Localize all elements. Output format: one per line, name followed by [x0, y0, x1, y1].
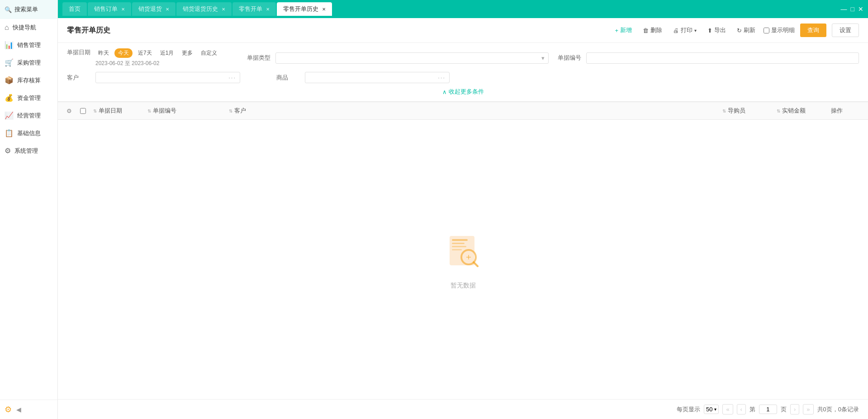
- doc-type-chevron: ▾: [541, 55, 545, 61]
- goods-dots: ···: [438, 74, 446, 81]
- new-button[interactable]: + 新增: [612, 24, 635, 36]
- page-last-btn[interactable]: »: [803, 404, 813, 414]
- customer-filter-label: 客户: [67, 74, 92, 82]
- sidebar-item-finance[interactable]: 💰 资金管理: [0, 89, 57, 107]
- page-first-btn[interactable]: «: [722, 404, 733, 414]
- main-area: 首页 销售订单 ✕ 销货退货 ✕ 销货退货历史 ✕ 零售开单 ✕ 零售开单历史 …: [58, 0, 868, 419]
- sort-icon-amount[interactable]: ⇅: [777, 108, 780, 113]
- tab-sales-return-label: 销货退货: [138, 5, 162, 13]
- home-icon: ⌂: [5, 24, 9, 32]
- sidebar-item-sales[interactable]: 📊 销售管理: [0, 36, 57, 54]
- tab-sales-order-close[interactable]: ✕: [121, 7, 125, 12]
- tab-retail-open-label: 零售开单: [239, 5, 262, 13]
- table-settings-icon[interactable]: ⚙: [62, 108, 76, 114]
- finance-icon: 💰: [5, 94, 14, 102]
- tab-bar-right: — □ ✕: [841, 5, 863, 13]
- empty-state: 暂无数据: [58, 120, 868, 399]
- tab-sales-return[interactable]: 销货退货 ✕: [132, 2, 175, 16]
- date-filter-buttons: 昨天 今天 近7天 近1月 更多 自定义: [95, 48, 220, 58]
- date-range-display: 2023-06-02 至 2023-06-02: [95, 60, 220, 67]
- tab-retail-history-label: 零售开单历史: [283, 5, 318, 13]
- display-detail-input[interactable]: [764, 28, 769, 33]
- date-btn-yesterday[interactable]: 昨天: [95, 48, 112, 58]
- tab-retail-open[interactable]: 零售开单 ✕: [232, 2, 276, 16]
- tab-retail-history[interactable]: 零售开单历史 ✕: [277, 2, 332, 16]
- sidebar-search[interactable]: 🔍 搜索菜单: [0, 0, 57, 19]
- doc-type-select[interactable]: ▾: [275, 52, 548, 64]
- sidebar-item-base[interactable]: 📋 基础信息: [0, 124, 57, 142]
- goods-filter-label: 商品: [276, 74, 301, 82]
- system-icon: ⚙: [5, 146, 11, 155]
- sort-icon-customer[interactable]: ⇅: [229, 108, 232, 113]
- print-button[interactable]: 🖨 打印 ▾: [670, 24, 699, 36]
- sort-icon-docno[interactable]: ⇅: [147, 108, 151, 113]
- tab-bar: 首页 销售订单 ✕ 销货退货 ✕ 销货退货历史 ✕ 零售开单 ✕ 零售开单历史 …: [58, 0, 868, 18]
- th-amount: ⇅ 实销金额: [773, 107, 827, 115]
- customer-select[interactable]: ···: [95, 72, 240, 83]
- sidebar-item-label: 库存核算: [17, 76, 41, 85]
- per-page-value: 50: [706, 406, 712, 413]
- delete-icon: 🗑: [643, 27, 649, 34]
- tab-sales-return-history[interactable]: 销货退货历史 ✕: [176, 2, 232, 16]
- page-number-input[interactable]: [759, 405, 777, 414]
- settings-bottom-icon[interactable]: ⚙: [5, 405, 12, 414]
- per-page-label: 每页显示: [677, 405, 700, 414]
- sidebar-item-label: 系统管理: [14, 147, 38, 155]
- sidebar-item-system[interactable]: ⚙ 系统管理: [0, 142, 57, 160]
- tab-retail-history-close[interactable]: ✕: [322, 7, 326, 12]
- display-detail-checkbox[interactable]: 显示明细: [764, 26, 795, 34]
- tab-sales-order[interactable]: 销售订单 ✕: [88, 2, 131, 16]
- select-all-input[interactable]: [80, 108, 86, 114]
- sort-icon-date[interactable]: ⇅: [93, 108, 97, 113]
- doc-no-input[interactable]: [586, 52, 859, 64]
- date-btn-1month[interactable]: 近1月: [157, 48, 177, 58]
- refresh-icon: ↻: [737, 27, 742, 34]
- pagination: 每页显示 50 ▾ « ‹ 第 页 › »: [58, 399, 868, 419]
- window-maximize-icon[interactable]: □: [851, 5, 854, 13]
- table-select-all-checkbox[interactable]: [76, 108, 90, 114]
- sort-icon-guide[interactable]: ⇅: [722, 108, 726, 113]
- display-detail-label: 显示明细: [771, 26, 795, 34]
- sidebar-item-quick-nav[interactable]: ⌂ 快捷导航: [0, 19, 57, 36]
- new-label: 新增: [620, 26, 632, 34]
- window-minimize-icon[interactable]: —: [841, 5, 847, 13]
- date-btn-more[interactable]: 更多: [179, 48, 195, 58]
- page-prev-icon: ‹: [740, 406, 742, 413]
- window-close-icon[interactable]: ✕: [858, 5, 863, 13]
- per-page-select[interactable]: 50 ▾: [704, 405, 719, 414]
- page-next-btn[interactable]: ›: [790, 404, 799, 414]
- date-btn-custom[interactable]: 自定义: [198, 48, 220, 58]
- th-docno-label: 单据编号: [153, 107, 176, 115]
- sidebar-item-label: 资金管理: [17, 94, 41, 102]
- tab-home[interactable]: 首页: [62, 2, 87, 16]
- tab-retail-open-close[interactable]: ✕: [266, 7, 270, 12]
- empty-text: 暂无数据: [451, 282, 476, 290]
- filter-row-2: 客户 ··· 商品 ···: [67, 72, 859, 83]
- setting-button[interactable]: 设置: [832, 24, 859, 37]
- tab-sales-order-label: 销售订单: [94, 5, 118, 13]
- per-page-chevron: ▾: [714, 407, 716, 412]
- page-last-icon: »: [806, 406, 810, 413]
- sidebar-item-label: 基础信息: [17, 129, 41, 137]
- sidebar-item-inventory[interactable]: 📦 库存核算: [0, 71, 57, 89]
- query-button[interactable]: 查询: [800, 24, 826, 37]
- sidebar-item-label: 快捷导航: [13, 24, 36, 32]
- tab-sales-return-history-close[interactable]: ✕: [222, 7, 225, 12]
- th-guide-label: 导购员: [728, 107, 745, 115]
- svg-rect-4: [452, 249, 462, 250]
- delete-button[interactable]: 🗑 删除: [640, 24, 665, 36]
- collapse-chevron-icon: ∧: [442, 89, 447, 95]
- date-btn-7days[interactable]: 近7天: [135, 48, 155, 58]
- th-date-label: 单据日期: [99, 107, 122, 115]
- tab-sales-return-close[interactable]: ✕: [166, 7, 169, 12]
- export-button[interactable]: ⬆ 导出: [705, 24, 729, 36]
- goods-select[interactable]: ···: [305, 72, 450, 83]
- refresh-button[interactable]: ↻ 刷新: [734, 24, 758, 36]
- sidebar-item-purchase[interactable]: 🛒 采购管理: [0, 54, 57, 71]
- collapse-filter-btn[interactable]: ∧ 收起更多条件: [67, 88, 859, 96]
- collapse-sidebar-icon[interactable]: ◀: [16, 406, 21, 413]
- th-guide: ⇅ 导购员: [719, 107, 773, 115]
- page-prev-btn[interactable]: ‹: [737, 404, 746, 414]
- date-btn-today[interactable]: 今天: [114, 48, 133, 58]
- sidebar-item-operation[interactable]: 📈 经营管理: [0, 107, 57, 124]
